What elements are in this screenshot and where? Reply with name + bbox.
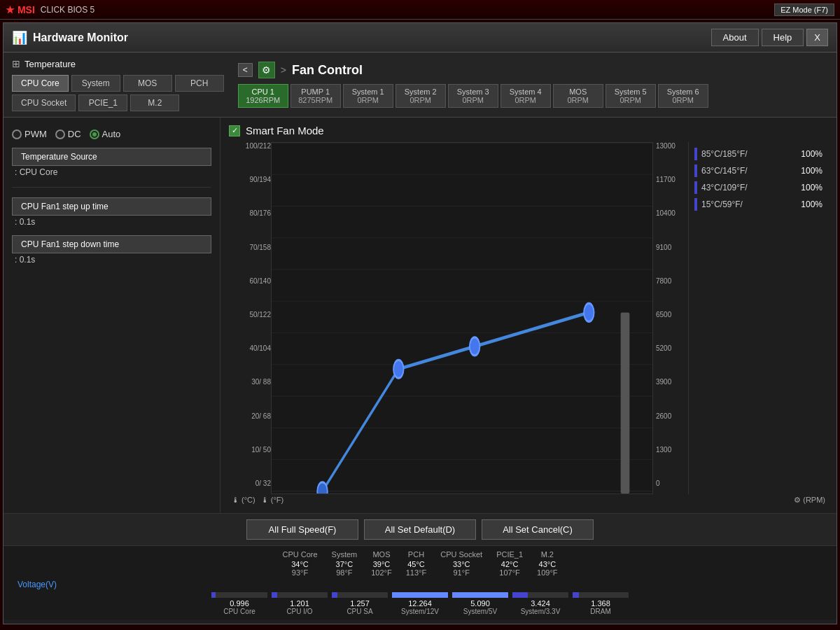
- temp-section-header: ⊞ Temperature: [12, 58, 224, 69]
- cpu-socket-f: 91°F: [440, 568, 482, 577]
- auto-radio[interactable]: [90, 130, 99, 139]
- temp-tabs-row1: CPU Core System MOS PCH: [12, 75, 224, 92]
- pcie1-c: 42°C: [496, 560, 523, 568]
- cpu-core-f: 93°F: [282, 568, 317, 577]
- voltage-cpu-io: 1.201 CPU I/O: [272, 592, 328, 615]
- cpu-core-label: CPU Core: [282, 550, 317, 559]
- voltage-bar-5: [452, 592, 508, 598]
- fan-tab-pump1[interactable]: PUMP 18275RPM: [290, 84, 341, 108]
- voltage-name-7: DRAM: [573, 608, 629, 615]
- fan-icon: ⚙: [258, 62, 275, 78]
- msi-topbar-right: EZ Mode (F7): [774, 4, 834, 16]
- titlebar-buttons: About Help X: [711, 29, 828, 46]
- pwm-radio[interactable]: [12, 130, 22, 139]
- voltage-name-4: System/12V: [392, 608, 448, 615]
- step-down-value: : 0.1s: [12, 253, 211, 265]
- close-button[interactable]: X: [806, 29, 828, 46]
- dc-radio[interactable]: [55, 130, 65, 139]
- help-button[interactable]: Help: [762, 29, 804, 46]
- tab-pch[interactable]: PCH: [175, 75, 224, 92]
- pwm-radio-label[interactable]: PWM: [12, 129, 47, 139]
- all-set-cancel-button[interactable]: All Set Cancel(C): [482, 519, 594, 540]
- voltage-label[interactable]: Voltage(V): [18, 580, 822, 589]
- dc-radio-label[interactable]: DC: [55, 129, 81, 139]
- chart-footer-left: 🌡 (°C) 🌡 (°F): [232, 496, 284, 505]
- tab-cpu-core[interactable]: CPU Core: [12, 75, 69, 92]
- chart-inner[interactable]: [271, 142, 653, 494]
- temp-pct-3: 100%: [801, 183, 822, 192]
- temp-section-label: Temperature: [24, 59, 76, 69]
- temp-source-button[interactable]: Temperature Source: [12, 148, 211, 166]
- chart-footer: 🌡 (°C) 🌡 (°F) ⚙ (RPM): [229, 494, 828, 506]
- tab-pcie1[interactable]: PCIE_1: [78, 94, 127, 111]
- titlebar: 📊 Hardware Monitor About Help X: [4, 23, 836, 52]
- temp-source-section: Temperature Source : CPU Core: [12, 148, 211, 177]
- voltage-val-7: 1.368: [573, 599, 629, 608]
- fan-tab-system2[interactable]: System 20RPM: [396, 84, 446, 108]
- temp-point-4: 15°C/59°F/ 100%: [694, 198, 822, 211]
- svg-point-12: [317, 482, 328, 493]
- pch-c: 45°C: [406, 560, 426, 568]
- m2-label: M.2: [537, 550, 557, 559]
- step-down-button[interactable]: CPU Fan1 step down time: [12, 235, 211, 253]
- status-system: System 37°C 98°F: [332, 550, 358, 577]
- smart-fan-checkbox[interactable]: ✓: [229, 125, 240, 136]
- fan-nav-back[interactable]: <: [238, 63, 253, 77]
- fan-tab-mos[interactable]: MOS0RPM: [553, 84, 603, 108]
- ez-mode-button[interactable]: EZ Mode (F7): [774, 4, 834, 16]
- voltage-bar-container-7: [573, 592, 629, 598]
- voltage-bar-4: [392, 592, 448, 598]
- auto-radio-label[interactable]: Auto: [90, 129, 121, 139]
- status-pch: PCH 45°C 113°F: [406, 550, 426, 577]
- voltage-bar-container-5: [452, 592, 508, 598]
- divider1: [12, 187, 211, 188]
- svg-point-15: [584, 303, 594, 321]
- fan-tab-system5[interactable]: System 50RPM: [606, 84, 656, 108]
- fan-curve-chart[interactable]: [272, 143, 652, 493]
- temp-bar-4: [694, 198, 697, 211]
- voltage-bar-container-6: [512, 592, 568, 598]
- status-bar: CPU Core 34°C 93°F System 37°C 98°F MOS …: [4, 545, 836, 620]
- m2-f: 109°F: [537, 568, 557, 577]
- status-cpu-socket: CPU Socket 33°C 91°F: [440, 550, 482, 577]
- svg-point-14: [470, 337, 480, 356]
- dc-label: DC: [68, 129, 81, 139]
- fan-tab-cpu1[interactable]: CPU 11926RPM: [238, 84, 288, 108]
- temp-pct-4: 100%: [801, 200, 822, 209]
- voltage-val-5: 5.090: [452, 599, 508, 608]
- status-pcie1: PCIE_1 42°C 107°F: [496, 550, 523, 577]
- fan-tab-system4[interactable]: System 40RPM: [500, 84, 551, 108]
- voltage-val-4: 12.264: [392, 599, 448, 608]
- fan-tab-system3[interactable]: System 30RPM: [448, 84, 498, 108]
- all-set-default-button[interactable]: All Set Default(D): [364, 519, 476, 540]
- system-c: 37°C: [332, 560, 358, 568]
- mode-row: PWM DC Auto: [12, 129, 211, 139]
- action-buttons-row: All Full Speed(F) All Set Default(D) All…: [4, 513, 836, 545]
- step-down-section: CPU Fan1 step down time : 0.1s: [12, 235, 211, 265]
- pcie1-f: 107°F: [496, 568, 523, 577]
- tab-system[interactable]: System: [71, 75, 120, 92]
- smart-fan-header: ✓ Smart Fan Mode: [229, 125, 828, 136]
- temp-list-panel: 85°C/185°F/ 100% 63°C/145°F/ 100% 43°C/1…: [688, 142, 828, 494]
- tab-m2[interactable]: M.2: [130, 94, 179, 111]
- tab-mos[interactable]: MOS: [123, 75, 172, 92]
- tab-cpu-socket[interactable]: CPU Socket: [12, 94, 76, 111]
- voltage-val-2: 1.201: [272, 599, 328, 608]
- main-body: PWM DC Auto Temperature Source : CPU Cor…: [4, 118, 836, 513]
- step-up-button[interactable]: CPU Fan1 step up time: [12, 197, 211, 216]
- fan-control-title-row: < ⚙ > Fan Control: [238, 62, 828, 78]
- fan-tab-system1[interactable]: System 10RPM: [343, 84, 393, 108]
- system-label: System: [332, 550, 358, 559]
- about-button[interactable]: About: [711, 29, 759, 46]
- fan-tab-system6[interactable]: System 60RPM: [658, 84, 708, 108]
- voltage-bar-7: [573, 592, 579, 598]
- temp-pct-2: 100%: [801, 166, 822, 176]
- pch-label: PCH: [406, 550, 426, 559]
- chart-left-labels: 100/212 90/194 80/176 70/158 60/140 50/1…: [229, 142, 271, 494]
- voltage-name-1: CPU Core: [211, 608, 267, 615]
- all-full-speed-button[interactable]: All Full Speed(F): [246, 519, 358, 540]
- temp-bar-1: [694, 148, 697, 160]
- voltage-system5v: 5.090 System/5V: [452, 592, 508, 615]
- temp-bar-2: [694, 164, 697, 177]
- window-title: Hardware Monitor: [33, 31, 128, 44]
